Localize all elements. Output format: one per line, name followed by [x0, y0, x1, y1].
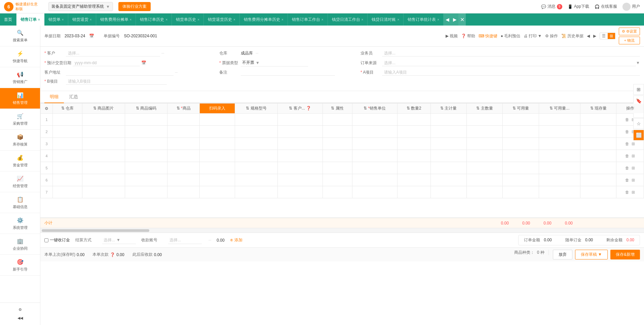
operations-action[interactable]: ⚙ 操作: [545, 33, 558, 39]
tab-close-icon[interactable]: ×: [165, 18, 167, 22]
sidebar-item-system[interactable]: ⚙️ 系统管理: [0, 213, 40, 234]
tab-expense-history[interactable]: 销售费用分摊单历史 ×: [240, 13, 288, 26]
messages-item[interactable]: 💬 消息 9: [541, 4, 562, 9]
sidebar-item-capital[interactable]: 💰 资金管理: [0, 151, 40, 171]
copy-row-icon[interactable]: ⊞: [632, 178, 635, 182]
online-service-item[interactable]: 🎧 在线客服: [595, 4, 617, 9]
payment-method-select[interactable]: 选择... ▼: [102, 237, 136, 244]
tab-close-icon[interactable]: ×: [281, 18, 283, 22]
copy-row-icon[interactable]: ⊞: [632, 141, 635, 146]
row-1-code[interactable]: [125, 114, 167, 126]
app-download-item[interactable]: 📱 App下载: [568, 4, 589, 9]
system-selector[interactable]: 装备及固定资产辅助管理系统 ▼: [48, 2, 113, 11]
tab-detail[interactable]: 明细: [44, 91, 64, 103]
customer-address-input[interactable]: [66, 69, 174, 76]
float-btn-1[interactable]: ⊞: [633, 84, 644, 95]
delete-row-icon[interactable]: 🗑: [625, 178, 629, 182]
tab-prev-btn[interactable]: ◀: [444, 13, 451, 26]
sidebar-item-guide[interactable]: 🎯 新手引导: [0, 255, 40, 276]
copy-row-icon[interactable]: ⊞: [632, 190, 635, 195]
row-1-qty2[interactable]: [397, 114, 430, 126]
row-1-warehouse[interactable]: [53, 114, 82, 126]
delete-row-icon[interactable]: 🗑: [625, 141, 629, 146]
delete-row-icon[interactable]: 🗑: [625, 190, 629, 195]
sidebar-item-enterprise[interactable]: 🏢 企业协同: [0, 234, 40, 255]
delete-row-icon[interactable]: 🗑: [625, 117, 629, 122]
next-record-icon[interactable]: ▶: [593, 34, 596, 38]
float-btn-5[interactable]: ⬜: [633, 130, 644, 140]
sidebar-collapse-btn[interactable]: ◀◀: [0, 314, 40, 322]
horizontal-scrollbar[interactable]: [42, 229, 149, 232]
grid-view-btn[interactable]: ⊞: [608, 33, 615, 39]
sidebar-item-basic[interactable]: 📋 基础信息: [0, 192, 40, 213]
print-action[interactable]: 🖨 打印 ▼: [524, 33, 542, 39]
account-more-icon[interactable]: ···: [209, 238, 211, 242]
tab-expense-split[interactable]: 销售费用分摊单 ×: [96, 13, 136, 26]
row-1-attribute[interactable]: [323, 114, 352, 126]
sidebar-item-operations[interactable]: 📈 经营管理: [0, 171, 40, 192]
tab-close-icon[interactable]: ×: [397, 18, 399, 22]
staff-input[interactable]: [382, 50, 640, 56]
profit-action[interactable]: ● 毛利预估: [501, 33, 520, 39]
tab-close-icon[interactable]: ×: [130, 18, 132, 22]
tab-return-goods[interactable]: 销货退货 ×: [68, 13, 96, 26]
tab-close-icon[interactable]: ×: [437, 18, 439, 22]
prev-record-icon[interactable]: ◀: [587, 34, 590, 38]
tab-close-icon[interactable]: ×: [362, 18, 364, 22]
remarks-input[interactable]: [241, 69, 335, 76]
copy-row-icon[interactable]: ⊞: [632, 154, 635, 158]
one-click-checkbox[interactable]: [44, 238, 48, 242]
tab-home[interactable]: 首页: [0, 13, 16, 26]
row-1-main-unit[interactable]: [430, 114, 466, 126]
history-action[interactable]: 📜 历史单据: [561, 33, 583, 39]
row-1-main-qty[interactable]: [466, 114, 502, 126]
address-more-icon[interactable]: ···: [175, 71, 178, 74]
tab-order-summary[interactable]: 销售订单统计表 ×: [404, 13, 444, 26]
project-a-input[interactable]: [382, 69, 640, 76]
sidebar-item-sales[interactable]: 📊 销售管理: [0, 88, 40, 109]
tab-close-icon[interactable]: ×: [62, 18, 64, 22]
tab-order-history[interactable]: 销售订单历史 ×: [136, 13, 172, 26]
sidebar-item-inventory[interactable]: 📦 库存核算: [0, 130, 40, 151]
row-1-spec[interactable]: [235, 114, 278, 126]
delete-row-icon[interactable]: 🗑: [625, 166, 629, 170]
delete-row-icon[interactable]: 🗑: [625, 129, 629, 134]
tab-close-icon[interactable]: ×: [197, 18, 199, 22]
col-settings-header[interactable]: ⚙: [41, 104, 53, 114]
sidebar-item-search[interactable]: 🔍 搜索菜单: [0, 26, 40, 46]
tab-close-icon[interactable]: ×: [90, 18, 92, 22]
tab-close-icon[interactable]: ×: [233, 18, 235, 22]
tab-summary[interactable]: 汇总: [64, 91, 83, 103]
tab-close-icon[interactable]: ×: [321, 18, 324, 22]
settings-btn[interactable]: ⚙ ⚙设置: [619, 28, 640, 35]
list-view-btn[interactable]: ☰: [600, 33, 608, 39]
row-1-product[interactable]: [167, 114, 199, 126]
tab-order-workbench[interactable]: 销售订单工作台 ×: [288, 13, 328, 26]
tab-cash-clear[interactable]: 钱贷日清工作台 ×: [328, 13, 368, 26]
customer-more-icon[interactable]: ···: [161, 51, 164, 55]
calendar-icon[interactable]: 📅: [89, 34, 94, 38]
tab-return-history[interactable]: 销货单历史 ×: [172, 13, 204, 26]
one-click-order-checkbox[interactable]: 一键收订金: [44, 237, 70, 243]
discard-btn[interactable]: 放弃: [553, 250, 572, 259]
sidebar-item-purchase[interactable]: 🛒 采购管理: [0, 109, 40, 130]
calendar2-icon[interactable]: 📅: [141, 60, 146, 65]
account-select[interactable]: 选择...: [168, 237, 202, 244]
row-1-sales-unit[interactable]: [352, 114, 397, 126]
tab-sales-order[interactable]: 销售订单 ×: [16, 13, 44, 26]
project-b-input[interactable]: [66, 78, 167, 85]
sidebar-item-marketing[interactable]: 📢 营销推广: [0, 67, 40, 88]
warehouse-more-icon[interactable]: ···: [256, 51, 258, 55]
tab-next-btn[interactable]: ▶: [451, 13, 458, 26]
row-1-scan[interactable]: [199, 114, 235, 126]
tab-cash-reconcile[interactable]: 钱贷日清对账 ×: [368, 13, 404, 26]
float-btn-4[interactable]: ☆: [633, 118, 644, 129]
row-1-customer-code[interactable]: [277, 114, 323, 126]
delete-row-icon[interactable]: 🗑: [625, 154, 629, 158]
industry-btn[interactable]: 体验行业方案: [118, 2, 151, 11]
copy-row-icon[interactable]: ⊞: [632, 166, 635, 170]
order-source-input[interactable]: [382, 60, 636, 66]
tab-sales-return[interactable]: 销货单 ×: [44, 13, 68, 26]
sidebar-item-quicknav[interactable]: ⚡ 快捷导航: [0, 46, 40, 67]
customer-input[interactable]: [66, 50, 160, 56]
